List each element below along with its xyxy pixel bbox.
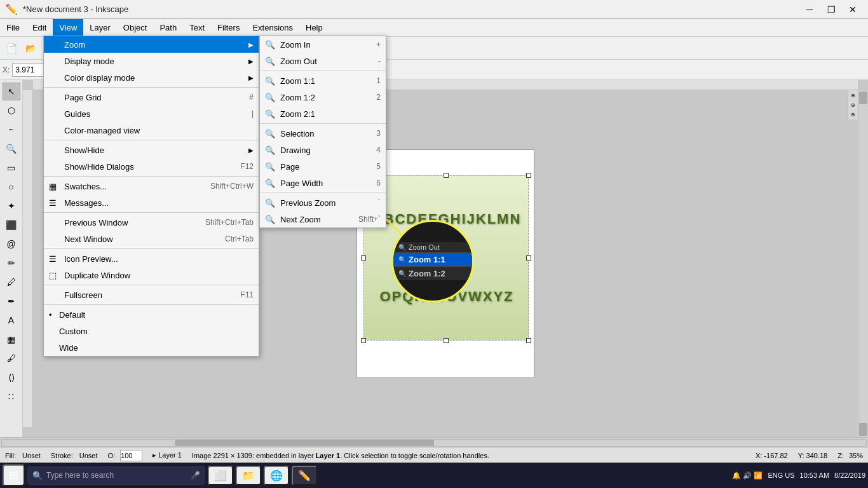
taskbar-inkscape[interactable]: ✏️: [292, 466, 317, 485]
menu-item-page-grid[interactable]: Page Grid #: [44, 89, 259, 105]
submenu-zoom-21[interactable]: 🔍 Zoom 2:1: [260, 105, 386, 122]
menu-item-display-mode[interactable]: Display mode ▶: [44, 53, 259, 69]
next-zoom-icon: 🔍: [265, 215, 278, 224]
snap-btn-1[interactable]: ⊕: [848, 91, 857, 100]
zoom-label: Zoom: [64, 40, 85, 50]
app-icon: ✏️: [5, 3, 18, 15]
menu-extensions[interactable]: Extensions: [246, 19, 299, 36]
zoom-value: 35%: [849, 452, 863, 459]
handle-tr[interactable]: [526, 173, 531, 178]
submenu-next-zoom[interactable]: 🔍 Next Zoom Shift+`: [260, 211, 386, 227]
text-tool[interactable]: A: [3, 311, 20, 329]
handle-br[interactable]: [526, 338, 531, 343]
pencil-tool[interactable]: ✏: [3, 254, 20, 272]
sep-5: [44, 248, 259, 249]
submenu-zoom-out[interactable]: 🔍 Zoom Out -: [260, 53, 386, 69]
menu-text[interactable]: Text: [183, 19, 211, 36]
menu-item-wide[interactable]: Wide: [44, 339, 259, 356]
sep-3: [44, 176, 259, 177]
connector-tool[interactable]: ⟨⟩: [3, 369, 20, 386]
menu-item-zoom[interactable]: Zoom ▶: [44, 36, 259, 53]
menu-edit[interactable]: Edit: [26, 19, 53, 36]
node-tool[interactable]: ⬡: [3, 102, 20, 119]
scrollbar-thumb-down[interactable]: [859, 423, 867, 436]
menu-item-icon-preview[interactable]: ☰ Icon Preview...: [44, 250, 259, 267]
calligraphy-tool[interactable]: ✒: [3, 292, 20, 310]
menu-item-color-display[interactable]: Color display mode ▶: [44, 69, 259, 86]
handle-mr[interactable]: [526, 255, 531, 261]
menu-item-custom[interactable]: Custom: [44, 323, 259, 339]
submenu-page[interactable]: 🔍 Page 5: [260, 158, 386, 175]
menu-help[interactable]: Help: [299, 19, 329, 36]
page-icon: 🔍: [265, 162, 278, 172]
zoom-out-label: Zoom Out: [280, 57, 317, 66]
submenu-selection[interactable]: 🔍 Selection 3: [260, 125, 386, 142]
menu-item-next-window[interactable]: Next Window Ctrl+Tab: [44, 231, 259, 247]
gradient-tool[interactable]: ▦: [3, 330, 20, 348]
menu-item-color-managed[interactable]: Color-managed view: [44, 122, 259, 139]
3d-tool[interactable]: ⬛: [3, 216, 20, 234]
menu-file[interactable]: File: [0, 19, 26, 36]
submenu-page-width[interactable]: 🔍 Page Width 6: [260, 175, 386, 191]
start-button[interactable]: ⊞: [3, 464, 25, 486]
menu-item-swatches[interactable]: ▦ Swatches... Shift+Ctrl+W: [44, 178, 259, 194]
stroke-value: Unset: [79, 452, 98, 459]
menu-path[interactable]: Path: [153, 19, 183, 36]
horizontal-scrollbar[interactable]: [0, 437, 868, 447]
submenu-drawing[interactable]: 🔍 Drawing 4: [260, 142, 386, 158]
search-box[interactable]: 🔍 Type here to search 🎤: [27, 466, 205, 485]
menu-item-fullscreen[interactable]: Fullscreen F11: [44, 287, 259, 303]
submenu-zoom-12[interactable]: 🔍 Zoom 1:2 2: [260, 89, 386, 105]
opacity-input[interactable]: [120, 450, 142, 461]
menu-object[interactable]: Object: [117, 19, 154, 36]
submenu-zoom-in[interactable]: 🔍 Zoom In +: [260, 36, 386, 53]
select-tool[interactable]: ↖: [3, 83, 20, 100]
status-bar: Fill: Unset Stroke: Unset O: ▸ Layer 1 I…: [0, 447, 868, 463]
hscroll-thumb[interactable]: [175, 440, 434, 446]
rect-tool[interactable]: ▭: [3, 159, 20, 177]
handle-ml[interactable]: [361, 255, 366, 261]
menu-layer[interactable]: Layer: [83, 19, 117, 36]
menu-item-prev-window[interactable]: Previous Window Shift+Ctrl+Tab: [44, 214, 259, 231]
snap-btn-3[interactable]: ⊕: [848, 110, 857, 119]
submenu-zoom-11[interactable]: 🔍 Zoom 1:1 1: [260, 72, 386, 89]
close-button[interactable]: ✕: [843, 1, 863, 18]
guides-label: Guides: [64, 109, 90, 119]
snap-btn-2[interactable]: ⊕: [848, 100, 857, 109]
spray-tool[interactable]: ∷: [3, 388, 20, 405]
open-button[interactable]: 📂: [22, 39, 39, 57]
handle-bl[interactable]: [361, 338, 366, 343]
minimize-button[interactable]: ─: [799, 1, 820, 18]
wide-label: Wide: [59, 343, 78, 353]
dropper-tool[interactable]: 🖋: [3, 349, 20, 367]
menu-item-guides[interactable]: Guides |: [44, 105, 259, 122]
zoom-21-label: Zoom 2:1: [280, 109, 315, 119]
pen-tool[interactable]: 🖊: [3, 273, 20, 291]
handle-bm[interactable]: [444, 338, 449, 343]
menu-item-default[interactable]: • Default: [44, 306, 259, 323]
page-width-icon: 🔍: [265, 179, 278, 188]
swatches-icon: ▦: [49, 182, 62, 191]
vertical-scrollbar[interactable]: [858, 90, 868, 437]
handle-tm[interactable]: [444, 173, 449, 178]
maximize-button[interactable]: ❐: [821, 1, 841, 18]
spiral-tool[interactable]: @: [3, 235, 20, 253]
tweak-tool[interactable]: ~: [3, 121, 20, 139]
submenu-prev-zoom[interactable]: 🔍 Previous Zoom `: [260, 194, 386, 211]
menu-item-messages[interactable]: ☰ Messages...: [44, 194, 259, 211]
task-view-button[interactable]: ⬜: [208, 466, 233, 485]
taskbar-file-explorer[interactable]: 📁: [236, 466, 261, 485]
circle-tool[interactable]: ○: [3, 178, 20, 196]
menu-item-show-hide-dialogs[interactable]: Show/Hide Dialogs F12: [44, 158, 259, 175]
menu-filters[interactable]: Filters: [211, 19, 246, 36]
taskbar-chrome[interactable]: 🌐: [264, 466, 289, 485]
menu-item-show-hide[interactable]: Show/Hide ▶: [44, 142, 259, 158]
titlebar: ✏️ *New document 3 - Inkscape ─ ❐ ✕: [0, 0, 868, 19]
system-tray: 🔔 🔊 📶 ENG US 10:53 AM 8/22/2019: [732, 471, 865, 480]
menu-item-duplicate-window[interactable]: ⬚ Duplicate Window: [44, 267, 259, 283]
zoom-tool[interactable]: 🔍: [3, 140, 20, 158]
new-button[interactable]: 📄: [3, 39, 20, 57]
scrollbar-thumb-up[interactable]: [859, 92, 867, 104]
star-tool[interactable]: ✦: [3, 197, 20, 215]
menu-view[interactable]: View: [53, 19, 83, 36]
